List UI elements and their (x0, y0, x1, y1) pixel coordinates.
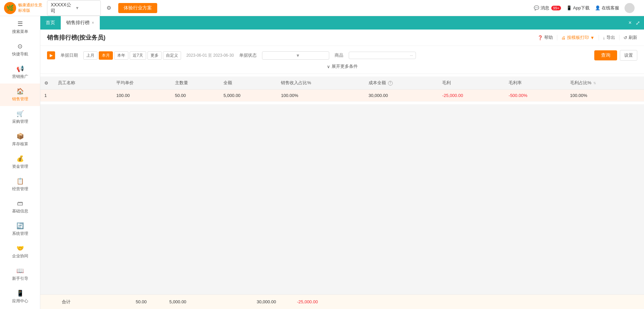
message-icon: 💬 (534, 5, 539, 10)
sidebar-item-inventory[interactable]: 📦 库存核算 (0, 128, 40, 151)
sidebar-item-sales[interactable]: 🏠 销售管理 (0, 84, 40, 106)
tab-close-icon[interactable]: × (92, 20, 94, 25)
operations-icon: 📋 (16, 177, 24, 185)
custom-btn[interactable]: 自定义 (163, 51, 181, 60)
sidebar-label-guide: 新手引导 (12, 276, 28, 281)
sidebar-label-finance: 资金管理 (12, 164, 28, 169)
footer-amount-cell: 5,000.00 (165, 299, 206, 304)
help-button[interactable]: ❓ 帮助 (538, 35, 553, 41)
online-service-button[interactable]: 👤 在线客服 (595, 5, 619, 11)
query-button[interactable]: 查询 (594, 50, 617, 60)
tab-sales-rank[interactable]: 销售排行榜 × (61, 16, 100, 30)
divider3 (619, 35, 619, 40)
print-button[interactable]: 🖨 按模板打印 ▼ (561, 35, 595, 41)
app-center-icon: 📱 (16, 290, 24, 297)
expand-more-btn[interactable]: ∨ 展开更多条件 (327, 63, 358, 69)
service-label: 在线客服 (602, 5, 619, 11)
window-close-icon[interactable]: × (629, 20, 632, 26)
more-btn[interactable]: 更多 (147, 51, 162, 60)
base-info-icon: 🗃 (17, 200, 23, 207)
col-qty: 主数量 (171, 76, 220, 90)
sidebar-item-app-center[interactable]: 📱 应用中心 (0, 286, 40, 308)
sidebar-label-operations: 经营管理 (12, 186, 28, 192)
table-row: 1 100.00 50.00 5,000.00 100.00% 30,000.0… (40, 90, 644, 102)
trial-button[interactable]: 体验行业方案 (118, 3, 157, 13)
sidebar-label-enterprise: 企业协同 (12, 253, 28, 259)
cell-name (54, 90, 112, 102)
table-footer: 合计 50.00 5,000.00 30,000.00 -25,000.00 (40, 294, 644, 309)
filter-actions: 查询 设置 (594, 50, 637, 61)
sidebar-item-search-order[interactable]: ☰ 搜索菜单 (0, 16, 40, 39)
export-button[interactable]: ↓ 导出 (603, 35, 615, 41)
sidebar-item-marketing[interactable]: 📢 营销推广 (0, 61, 40, 84)
home-tab-label: 首页 (46, 20, 55, 26)
cell-gross-rate: -500.00% (505, 90, 566, 102)
status-arrow: ▼ (296, 53, 326, 58)
guide-icon: 📖 (16, 267, 24, 274)
tab-home[interactable]: 首页 (40, 16, 61, 30)
sidebar-label-inventory: 库存核算 (12, 141, 28, 147)
main-layout: ☰ 搜索菜单 ⊙ 快捷导航 📢 营销推广 🏠 销售管理 🛒 采购管理 📦 库存核… (0, 16, 644, 309)
table-settings-button[interactable]: 设置 (620, 50, 637, 61)
footer-cost-cell: 30,000.00 (253, 299, 293, 304)
sidebar-item-base-info[interactable]: 🗃 基础信息 (0, 196, 40, 218)
logo-icon: 🌿 (4, 2, 16, 14)
inventory-icon: 📦 (16, 133, 24, 140)
this-year-btn[interactable]: 本年 (114, 51, 128, 60)
sidebar-item-finance[interactable]: 💰 资金管理 (0, 151, 40, 173)
cell-gross: -25,000.00 (438, 90, 505, 102)
this-month-btn[interactable]: 本月 (99, 51, 113, 60)
print-icon: 🖨 (561, 35, 566, 40)
purchase-icon: 🛒 (16, 110, 24, 117)
app-icon: 📱 (566, 5, 572, 10)
cell-qty: 50.00 (171, 90, 220, 102)
help-icon: ❓ (538, 35, 543, 40)
divider (557, 35, 557, 40)
sidebar-item-system[interactable]: 🔄 系统管理 (0, 218, 40, 241)
date-buttons: 上月 本月 本年 近7天 更多 自定义 (83, 51, 181, 60)
col-amount: 全额 (219, 76, 277, 90)
table-header-row: ⚙ 员工名称 平均单价 主数量 全额 销售收入占比% (40, 76, 644, 90)
settings-icon[interactable]: ⚙ (103, 3, 114, 13)
col-gross-pct: 毛利占比% ⇅ (566, 76, 644, 90)
main-card: 销售排行榜(按业务员) ❓ 帮助 🖨 按模板打印 ▼ (40, 30, 644, 104)
last7days-btn[interactable]: 近7天 (130, 51, 146, 60)
col-settings-icon[interactable]: ⚙ (44, 81, 48, 86)
cost-info-icon[interactable]: ? (388, 81, 393, 86)
status-select[interactable]: ▼ (262, 51, 329, 60)
sidebar-item-quick-nav[interactable]: ⊙ 快捷导航 (0, 39, 40, 61)
app-download-button[interactable]: 📱 App下载 (566, 5, 590, 11)
col-name: 员工名称 (54, 76, 112, 90)
goods-input[interactable]: ··· (349, 52, 416, 59)
cell-amount: 5,000.00 (219, 90, 277, 102)
sidebar-item-purchase[interactable]: 🛒 采购管理 (0, 106, 40, 128)
gross-pct-sort-icon[interactable]: ⇅ (593, 81, 596, 85)
cell-cost: 30,000.00 (364, 90, 438, 102)
sidebar-item-operations[interactable]: 📋 经营管理 (0, 173, 40, 196)
window-expand-icon[interactable]: ⤢ (636, 20, 640, 26)
filter-toggle-icon: ▶ (50, 53, 53, 58)
avatar[interactable] (625, 3, 635, 13)
data-table: ⚙ 员工名称 平均单价 主数量 全额 销售收入占比% (40, 76, 644, 102)
col-gross: 毛利 (438, 76, 505, 90)
expand-icon: ∨ (327, 64, 330, 69)
footer-gross-cell: -25,000.00 (293, 299, 333, 304)
refresh-button[interactable]: ↺ 刷新 (624, 35, 637, 41)
goods-label: 商品 (335, 52, 343, 58)
enterprise-icon: 🤝 (16, 245, 24, 252)
sidebar-item-guide[interactable]: 📖 新手引导 (0, 263, 40, 286)
tabs-bar-right: × ⤢ (625, 16, 644, 30)
footer-cells: 合计 50.00 5,000.00 30,000.00 -25,000.00 (44, 299, 640, 305)
filter-toggle-btn[interactable]: ▶ (47, 51, 55, 59)
sidebar-label-purchase: 采购管理 (12, 119, 28, 124)
message-button[interactable]: 💬 消息 99+ (534, 5, 561, 11)
prev-month-btn[interactable]: 上月 (83, 51, 97, 60)
service-icon: 👤 (595, 5, 600, 10)
print-arrow: ▼ (590, 35, 595, 40)
status-label: 单据状态 (239, 52, 257, 58)
company-selector[interactable]: XXXXX公司 ▼ (47, 0, 101, 16)
logo: 🌿 畅康通好生意 标准版 (4, 2, 44, 14)
sidebar-item-enterprise[interactable]: 🤝 企业协同 (0, 241, 40, 263)
page-content: 销售排行榜(按业务员) ❓ 帮助 🖨 按模板打印 ▼ (40, 30, 644, 309)
sidebar-label-quick-nav: 快捷导航 (12, 51, 28, 57)
